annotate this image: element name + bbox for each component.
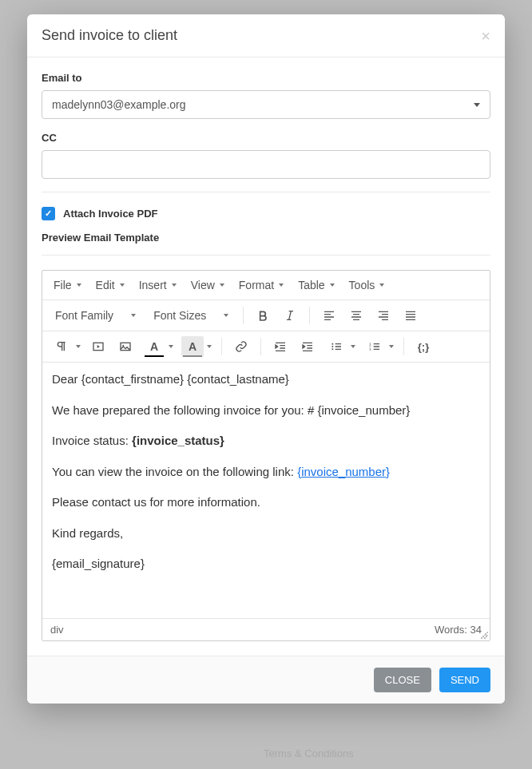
divider-2 (42, 255, 490, 256)
attach-pdf-row: ✓ Attach Invoice PDF (42, 207, 490, 220)
preview-template-label: Preview Email Template (42, 232, 490, 244)
email-to-value: madelynn03@example.org (52, 98, 186, 111)
editor-toolbar-2: A A 123 (42, 331, 490, 363)
chevron-down-icon (279, 283, 284, 287)
divider (42, 192, 490, 192)
insert-link-button[interactable] (230, 336, 252, 357)
chevron-down-icon (76, 345, 81, 348)
invoice-link[interactable]: {invoice_number} (297, 465, 390, 478)
attach-pdf-label: Attach Invoice PDF (63, 208, 157, 220)
email-greeting: Dear {contact_firstname} {contact_lastna… (52, 371, 480, 389)
chevron-down-icon (207, 345, 212, 348)
chevron-down-icon (131, 314, 136, 317)
chevron-down-icon (351, 345, 355, 348)
email-signature: {email_signature} (52, 555, 480, 573)
send-invoice-modal: Send invoice to client × Email to madely… (27, 14, 505, 704)
toolbar-separator (403, 338, 404, 355)
merge-fields-button[interactable]: {;} (412, 336, 435, 357)
email-status-line: Invoice status: {invoice_status} (52, 432, 480, 450)
paragraph-direction-button[interactable] (49, 336, 82, 357)
email-contact-line: Please contact us for more information. (52, 494, 480, 512)
align-left-button[interactable] (318, 305, 340, 326)
font-size-select[interactable]: Font Sizes (147, 306, 235, 325)
align-right-button[interactable] (372, 305, 395, 326)
editor-toolbar-1: Font Family Font Sizes (42, 300, 490, 331)
chevron-down-icon (169, 345, 173, 348)
chevron-down-icon (379, 283, 384, 287)
email-link-line: You can view the invoice on the followin… (52, 463, 480, 482)
close-button[interactable]: CLOSE (374, 668, 431, 692)
menu-view[interactable]: View (186, 275, 229, 295)
close-icon[interactable]: × (481, 28, 490, 44)
numbered-list-button[interactable]: 123 (362, 336, 395, 357)
editor-menubar: File Edit Insert View Format Table Tools (42, 271, 490, 300)
modal-body: Email to madelynn03@example.org CC ✓ Att… (27, 57, 505, 656)
attach-pdf-checkbox[interactable]: ✓ (42, 207, 55, 220)
editor-word-count: Words: 34 (435, 624, 482, 636)
menu-format[interactable]: Format (234, 275, 288, 295)
menu-insert[interactable]: Insert (134, 275, 181, 295)
rich-text-editor: File Edit Insert View Format Table Tools… (42, 270, 490, 641)
bullet-list-button[interactable] (324, 336, 357, 357)
background-color-button[interactable]: A (180, 336, 213, 357)
resize-handle[interactable] (480, 631, 488, 639)
bg-terms-text: Terms & Conditions (264, 747, 354, 759)
chevron-down-icon (172, 283, 177, 287)
editor-content-area[interactable]: Dear {contact_firstname} {contact_lastna… (42, 363, 490, 618)
insert-media-button[interactable] (87, 336, 109, 357)
menu-edit[interactable]: Edit (91, 275, 129, 295)
menu-file[interactable]: File (49, 275, 86, 295)
chevron-down-icon (330, 283, 335, 287)
text-color-button[interactable]: A (141, 336, 175, 357)
insert-image-button[interactable] (114, 336, 137, 357)
email-invoice-line: We have prepared the following invoice f… (52, 402, 480, 420)
chevron-down-icon (389, 345, 394, 348)
svg-point-3 (332, 343, 333, 345)
cc-label: CC (42, 132, 490, 144)
email-to-group: Email to madelynn03@example.org (42, 72, 490, 119)
menu-table[interactable]: Table (293, 275, 339, 295)
toolbar-separator (243, 307, 244, 324)
modal-footer: CLOSE SEND (27, 656, 505, 704)
editor-element-path[interactable]: div (50, 624, 64, 636)
cc-group: CC (42, 132, 490, 179)
modal-header: Send invoice to client × (27, 14, 505, 57)
align-justify-button[interactable] (399, 305, 422, 326)
bold-button[interactable] (252, 305, 274, 326)
toolbar-separator (260, 338, 261, 355)
svg-point-4 (332, 346, 333, 347)
svg-point-5 (332, 348, 333, 350)
toolbar-separator (309, 307, 310, 324)
toolbar-separator (221, 338, 222, 355)
menu-tools[interactable]: Tools (344, 275, 390, 295)
editor-statusbar: div Words: 34 (42, 618, 490, 640)
italic-button[interactable] (279, 305, 301, 326)
chevron-down-icon (220, 283, 224, 287)
email-to-label: Email to (42, 72, 490, 84)
outdent-button[interactable] (269, 336, 292, 357)
align-center-button[interactable] (345, 305, 367, 326)
chevron-down-icon (120, 283, 125, 287)
chevron-down-icon (474, 103, 480, 107)
modal-title: Send invoice to client (42, 27, 177, 44)
font-family-select[interactable]: Font Family (49, 306, 142, 325)
indent-button[interactable] (296, 336, 319, 357)
chevron-down-icon (224, 314, 228, 317)
cc-input[interactable] (42, 150, 490, 179)
email-regards: Kind regards, (52, 525, 480, 543)
email-to-select[interactable]: madelynn03@example.org (42, 90, 490, 119)
send-button[interactable]: SEND (439, 668, 490, 692)
svg-text:3: 3 (369, 347, 371, 351)
chevron-down-icon (77, 283, 81, 287)
